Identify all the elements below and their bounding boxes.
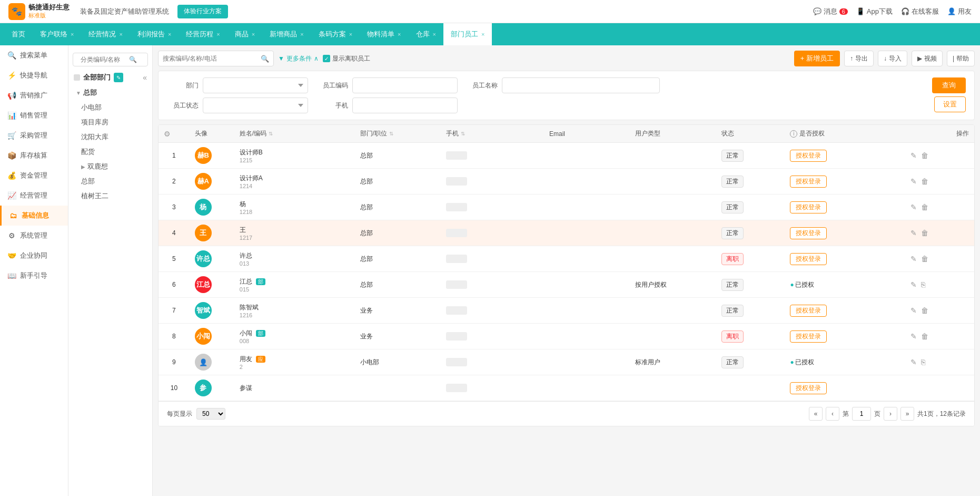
edit-icon[interactable]: ✎ xyxy=(910,203,917,211)
sidebar-item-basic[interactable]: 🗂 基础信息 xyxy=(0,206,68,226)
copy-icon[interactable]: ⎘ xyxy=(921,280,925,289)
tab-history[interactable]: 经营历程 × xyxy=(179,23,227,45)
sort-icon-phone[interactable]: ⇅ xyxy=(461,131,465,137)
user-btn[interactable]: 👤 用友 xyxy=(947,7,972,16)
auth-btn[interactable]: 授权登录 xyxy=(790,150,827,162)
tab-home[interactable]: 首页 xyxy=(4,23,33,45)
app-download-btn[interactable]: 📱 App下载 xyxy=(856,7,893,16)
tab-barcode[interactable]: 条码方案 × xyxy=(311,23,360,45)
tab-department[interactable]: 部门员工 × xyxy=(443,23,492,45)
auth-btn[interactable]: 授权登录 xyxy=(790,227,827,239)
auth-btn[interactable]: 授权登录 xyxy=(790,330,827,343)
close-icon[interactable]: × xyxy=(349,31,352,37)
close-icon[interactable]: × xyxy=(398,31,401,37)
sidebar-item-system[interactable]: ⚙ 系统管理 xyxy=(0,226,68,246)
dept-node-xiaodian[interactable]: 小电部 xyxy=(68,100,152,115)
trial-btn[interactable]: 体验行业方案 xyxy=(177,5,228,18)
last-page-btn[interactable]: » xyxy=(900,407,914,421)
page-input[interactable] xyxy=(852,407,871,421)
close-icon[interactable]: × xyxy=(71,31,74,37)
sidebar-item-collab[interactable]: 🤝 企业协同 xyxy=(0,246,68,266)
sort-icon-name[interactable]: ⇅ xyxy=(269,131,273,137)
edit-icon[interactable]: ✎ xyxy=(910,255,917,263)
tab-profit[interactable]: 利润报告 × xyxy=(130,23,179,45)
sort-icon-dept[interactable]: ⇅ xyxy=(389,131,393,137)
dept-search-input[interactable] xyxy=(76,53,129,66)
message-btn[interactable]: 💬 消息 6 xyxy=(813,7,848,16)
import-btn[interactable]: ↓ 导入 xyxy=(878,51,907,66)
edit-icon[interactable]: ✎ xyxy=(910,151,917,160)
edit-icon[interactable]: ✎ xyxy=(910,177,917,186)
dept-node-shuanglu[interactable]: ▶ 双鹿想 xyxy=(68,159,152,174)
auth-btn[interactable]: 授权登录 xyxy=(790,176,827,188)
help-btn[interactable]: | 帮助 xyxy=(947,51,975,66)
close-icon[interactable]: × xyxy=(168,31,171,37)
edit-icon[interactable]: ✎ xyxy=(910,358,917,366)
delete-icon[interactable]: 🗑 xyxy=(921,332,928,341)
filter-empcode-input[interactable] xyxy=(352,77,458,93)
close-icon[interactable]: × xyxy=(481,31,484,37)
sidebar-item-quicknav[interactable]: ⚡ 快捷导航 xyxy=(0,65,68,85)
delete-icon[interactable]: 🗑 xyxy=(921,203,928,211)
edit-icon[interactable]: ✎ xyxy=(910,332,917,341)
dept-node-zongbu2[interactable]: 总部 xyxy=(68,174,152,189)
filter-phone-input[interactable] xyxy=(352,98,458,113)
close-icon[interactable]: × xyxy=(300,31,303,37)
edit-icon[interactable]: ✎ xyxy=(910,229,917,237)
delete-icon[interactable]: 🗑 xyxy=(921,306,928,315)
sidebar-item-inventory[interactable]: 📦 库存核算 xyxy=(0,145,68,166)
dept-node-zongbu[interactable]: ▼ 总部 xyxy=(68,85,152,100)
export-btn[interactable]: ↑ 导出 xyxy=(844,51,874,66)
add-employee-btn[interactable]: + 新增员工 xyxy=(794,51,840,66)
delete-icon[interactable]: 🗑 xyxy=(921,151,928,160)
filter-dept-select[interactable] xyxy=(203,77,308,93)
next-page-btn[interactable]: › xyxy=(884,407,897,421)
more-filter-btn[interactable]: ▼ 更多条件 ∧ xyxy=(278,54,319,63)
auth-btn[interactable]: 授权登录 xyxy=(790,201,827,213)
prev-page-btn[interactable]: ‹ xyxy=(826,407,839,421)
first-page-btn[interactable]: « xyxy=(809,407,823,421)
edit-icon[interactable]: ✎ xyxy=(910,306,917,315)
auth-btn[interactable]: 授权登录 xyxy=(790,253,827,265)
search-input[interactable] xyxy=(163,55,258,62)
show-departed-checkbox[interactable]: ✓ xyxy=(323,55,330,62)
tab-goods[interactable]: 商品 × xyxy=(227,23,262,45)
copy-icon[interactable]: ⎘ xyxy=(921,358,925,366)
dept-node-shenyang[interactable]: 沈阳大库 xyxy=(68,130,152,144)
gear-icon[interactable]: ⚙ xyxy=(164,130,171,138)
auth-btn[interactable]: 授权登录 xyxy=(790,305,827,317)
collapse-btn[interactable]: « xyxy=(143,73,147,82)
close-icon[interactable]: × xyxy=(433,31,436,37)
sidebar-item-finance[interactable]: 💰 资金管理 xyxy=(0,166,68,186)
close-icon[interactable]: × xyxy=(252,31,255,37)
filter-status-select[interactable] xyxy=(203,98,308,113)
delete-icon[interactable]: 🗑 xyxy=(921,177,928,186)
show-departed-toggle[interactable]: ✓ 显示离职员工 xyxy=(323,54,370,63)
close-icon[interactable]: × xyxy=(119,31,122,37)
auth-btn[interactable]: 授权登录 xyxy=(790,382,827,394)
dept-node-zhishu[interactable]: 植树王二 xyxy=(68,189,152,203)
edit-icon[interactable]: ✎ xyxy=(910,280,917,289)
delete-icon[interactable]: 🗑 xyxy=(921,255,928,263)
sidebar-item-purchase[interactable]: 🛒 采购管理 xyxy=(0,125,68,145)
tab-bom[interactable]: 物料清单 × xyxy=(360,23,408,45)
page-size-select[interactable]: 50 100 xyxy=(196,408,225,420)
sidebar-item-operations[interactable]: 📈 经营管理 xyxy=(0,186,68,206)
tab-new-goods[interactable]: 新增商品 × xyxy=(262,23,311,45)
sidebar-item-sales[interactable]: 📊 销售管理 xyxy=(0,105,68,125)
close-icon[interactable]: × xyxy=(216,31,220,37)
online-service-btn[interactable]: 🎧 在线客服 xyxy=(901,7,939,16)
delete-icon[interactable]: 🗑 xyxy=(921,229,928,237)
tab-customer[interactable]: 客户联络 × xyxy=(33,23,81,45)
set-btn[interactable]: 设置 xyxy=(934,96,966,112)
tab-warehouse[interactable]: 仓库 × xyxy=(409,23,443,45)
dept-edit-icon[interactable]: ✎ xyxy=(114,73,123,82)
dept-node-project[interactable]: 项目库房 xyxy=(68,115,152,130)
query-btn[interactable]: 查询 xyxy=(932,77,966,93)
sidebar-item-search[interactable]: 🔍 搜索菜单 xyxy=(0,45,68,65)
sidebar-item-guide[interactable]: 📖 新手引导 xyxy=(0,266,68,286)
view-btn[interactable]: ▶ 视频 xyxy=(912,51,943,66)
sidebar-item-marketing[interactable]: 📢 营销推广 xyxy=(0,85,68,105)
filter-empname-input[interactable] xyxy=(502,77,660,93)
dept-node-peihuo[interactable]: 配货 xyxy=(68,144,152,159)
